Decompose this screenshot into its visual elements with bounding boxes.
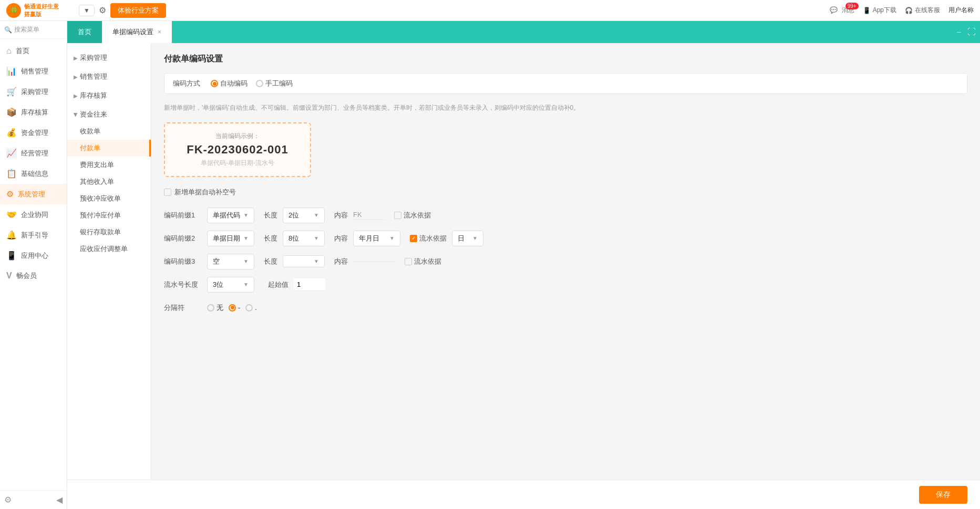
content2-select[interactable]: 年月日 ▼	[353, 231, 400, 246]
sub-nav-header-inventory[interactable]: ▶ 库存核算	[67, 87, 151, 104]
config-label-3: 编码前缀3	[164, 257, 202, 266]
sidebar-bottom: ⚙ ◀	[0, 490, 67, 509]
collapse-icon[interactable]: ◀	[56, 495, 63, 505]
sub-nav-payment[interactable]: 付款单	[67, 140, 151, 157]
info-text: 新增单据时，'单据编码'自动生成、不可编辑。前缀设置为部门、业务员等档案类。开单…	[164, 102, 967, 114]
content-label-1: 内容	[334, 211, 348, 220]
search-bar[interactable]: 🔍 搜索菜单	[0, 21, 67, 39]
sidebar-item-operation[interactable]: 📈 经营管理	[0, 143, 67, 163]
tab-minus-icon[interactable]: －	[955, 27, 963, 38]
sidebar-item-app[interactable]: 📱 应用中心	[0, 245, 67, 266]
auto-fill-checkbox[interactable]	[164, 189, 171, 196]
preview-label: 当前编码示例：	[178, 132, 297, 141]
purchase-icon: 🛒	[6, 87, 17, 97]
sub-nav-advance-payable[interactable]: 预付冲应付单	[67, 207, 151, 224]
manual-code-radio-circle	[256, 80, 263, 87]
sidebar-item-enterprise[interactable]: 🤝 企业协同	[0, 204, 67, 225]
length-label-2: 长度	[264, 234, 277, 243]
user-name[interactable]: 用户名称	[948, 6, 974, 15]
config-label-2: 编码前缀2	[164, 234, 202, 243]
stream-check-2[interactable]: ✓	[410, 235, 417, 242]
sep-dot-circle	[245, 304, 253, 311]
trial-btn[interactable]: 体验行业方案	[110, 3, 166, 18]
bottom-bar: 保存	[67, 480, 980, 509]
tab-encoding[interactable]: 单据编码设置 ×	[102, 21, 172, 43]
stream-check-3[interactable]	[405, 258, 412, 265]
settings-bottom-icon[interactable]: ⚙	[4, 495, 12, 505]
sidebar-item-fund[interactable]: 💰 资金管理	[0, 122, 67, 143]
sidebar-item-guide[interactable]: 🔔 新手引导	[0, 225, 67, 245]
start-label: 起始值	[268, 280, 288, 289]
content-area: 首页 单据编码设置 × － ⛶ ▶ 采购管理	[67, 21, 980, 509]
operation-icon: 📈	[6, 148, 17, 158]
manual-code-radio[interactable]: 手工编码	[256, 79, 293, 88]
stream-checkbox-3[interactable]: 流水依据	[405, 257, 441, 266]
separator-label: 分隔符	[164, 303, 202, 313]
top-bar-dropdown[interactable]: ▼	[79, 5, 95, 16]
stream-check-1[interactable]	[394, 212, 401, 219]
sub-nav-header-sales[interactable]: ▶ 销售管理	[67, 68, 151, 85]
prefix1-select[interactable]: 单据代码 ▼	[207, 207, 254, 223]
tab-expand-icon[interactable]: ⛶	[967, 27, 976, 37]
sub-nav-advance-receivable[interactable]: 预收冲应收单	[67, 190, 151, 207]
sub-nav-other-income[interactable]: 其他收入单	[67, 173, 151, 190]
basic-icon: 📋	[6, 169, 17, 179]
tab-close-icon[interactable]: ×	[158, 28, 161, 36]
stream-checkbox-1[interactable]: 流水依据	[394, 211, 431, 220]
sub-nav-receipt[interactable]: 收款单	[67, 123, 151, 140]
sidebar-item-home[interactable]: ⌂ 首页	[0, 41, 67, 61]
top-bar-center: ▼ ⚙ 体验行业方案	[79, 3, 824, 18]
home-icon: ⌂	[6, 46, 12, 56]
prefix3-select[interactable]: 空 ▼	[207, 254, 254, 269]
page-content: ▶ 采购管理 ▶ 销售管理 ▶ 库存核算	[67, 43, 980, 480]
preview-box: 当前编码示例： FK-20230602-001 单据代码-单据日期-流水号	[164, 122, 311, 177]
sub-nav-expense[interactable]: 费用支出单	[67, 157, 151, 173]
length-label-1: 长度	[264, 211, 277, 220]
sub-nav-bank[interactable]: 银行存取款单	[67, 224, 151, 241]
length1-select[interactable]: 2位 ▼	[283, 207, 325, 223]
serial-row: 流水号长度 3位 ▼ 起始值	[164, 277, 967, 293]
auto-fill-row: 新增单据自动补空号	[164, 188, 967, 197]
sub-nav-purchase: ▶ 采购管理	[67, 49, 151, 66]
stream-checkbox-2[interactable]: ✓ 流水依据	[410, 234, 447, 243]
sub-nav-header-fund[interactable]: ▶ 资金往来	[67, 106, 151, 123]
online-service[interactable]: 🎧 在线客服	[905, 6, 940, 15]
length3-select[interactable]: ▼	[283, 255, 325, 267]
auto-code-radio[interactable]: 自动编码	[211, 79, 247, 88]
stream-by-select[interactable]: 日 ▼	[452, 231, 483, 246]
top-bar: 🍀 畅通道好生意 搭赢版 ▼ ⚙ 体验行业方案 💬 99+ 消息 📱 App下载…	[0, 0, 980, 21]
encoding-method-label: 编码方式	[173, 79, 200, 88]
app-icon: 📱	[6, 251, 17, 261]
sidebar-item-vip[interactable]: V 畅会员	[0, 266, 67, 286]
app-download[interactable]: 📱 App下载	[863, 6, 896, 15]
prefix2-select[interactable]: 单据日期 ▼	[207, 231, 254, 246]
length2-select[interactable]: 8位 ▼	[283, 231, 325, 246]
sep-dash[interactable]: -	[229, 304, 240, 311]
sub-nav-sales: ▶ 销售管理	[67, 68, 151, 85]
system-icon: ⚙	[6, 189, 14, 199]
preview-sub: 单据代码-单据日期-流水号	[178, 159, 297, 168]
separator-row: 分隔符 无 - .	[164, 303, 967, 313]
sidebar-item-inventory[interactable]: 📦 库存核算	[0, 102, 67, 122]
sidebar-item-system[interactable]: ⚙ 系统管理	[0, 184, 67, 204]
sep-dot[interactable]: .	[245, 304, 257, 311]
sub-nav-fund: ▶ 资金往来 收款单 付款单 费用支出单 其他收入单	[67, 106, 151, 257]
sep-none[interactable]: 无	[207, 303, 223, 313]
start-input[interactable]	[294, 278, 325, 291]
sub-nav-header-purchase[interactable]: ▶ 采购管理	[67, 49, 151, 66]
settings-icon[interactable]: ⚙	[99, 5, 106, 15]
serial-length-select[interactable]: 3位 ▼	[207, 277, 254, 293]
save-button[interactable]: 保存	[919, 486, 967, 504]
sidebar-item-sales[interactable]: 📊 销售管理	[0, 61, 67, 81]
sidebar-nav: ⌂ 首页 📊 销售管理 🛒 采购管理 📦 库存核算 💰 资金管理 📈 经营	[0, 39, 67, 490]
message-icon[interactable]: 💬 99+ 消息	[830, 6, 854, 15]
encoding-radio-group: 自动编码 手工编码	[211, 79, 293, 88]
top-bar-right: 💬 99+ 消息 📱 App下载 🎧 在线客服 用户名称	[830, 6, 974, 15]
sub-nav-adjustment[interactable]: 应收应付调整单	[67, 241, 151, 257]
sidebar-item-purchase[interactable]: 🛒 采购管理	[0, 81, 67, 102]
sep-none-circle	[207, 304, 214, 311]
sidebar-item-basic[interactable]: 📋 基础信息	[0, 163, 67, 184]
sidebar: 🔍 搜索菜单 ⌂ 首页 📊 销售管理 🛒 采购管理 📦 库存核算 💰	[0, 21, 67, 509]
tab-home[interactable]: 首页	[67, 21, 102, 43]
auto-code-radio-circle	[211, 80, 218, 87]
